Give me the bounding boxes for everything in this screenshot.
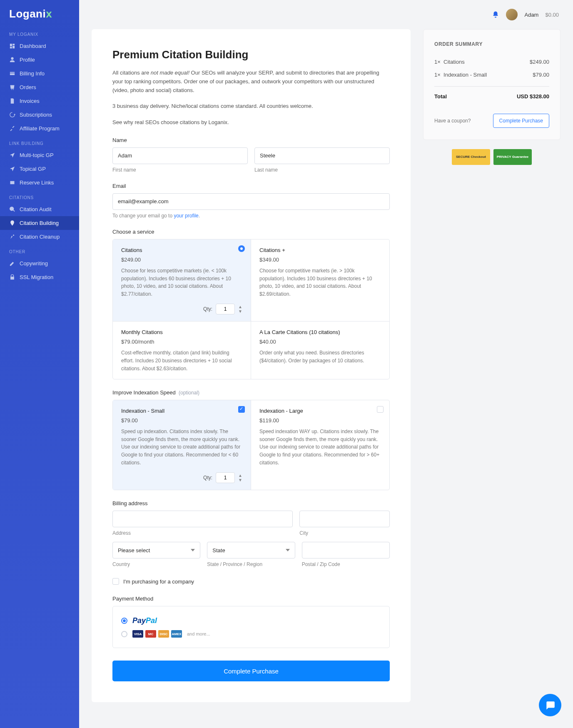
checkbox-off-icon: [377, 406, 384, 413]
email-label: Email: [112, 183, 390, 189]
nav-profile[interactable]: Profile: [0, 53, 79, 67]
city-input[interactable]: [299, 511, 390, 527]
first-name-input[interactable]: [112, 147, 248, 164]
state-select[interactable]: State: [207, 542, 295, 558]
email-input[interactable]: [112, 193, 390, 210]
country-select[interactable]: Please select: [112, 542, 200, 558]
radio-off-icon: [121, 631, 127, 637]
service-monthly[interactable]: Monthly Citations $79.00/month Cost-effe…: [113, 322, 251, 379]
service-citations-plus[interactable]: Citations + $349.00 Choose for competiti…: [251, 239, 389, 322]
email-help: To change your email go to your profile.: [112, 213, 390, 219]
summary-total: Total USD $328.00: [434, 86, 549, 103]
summary-title: ORDER SUMMARY: [434, 41, 549, 47]
nav-affiliate[interactable]: Affiliate Program: [0, 122, 79, 135]
complete-purchase-button[interactable]: Complete Purchase: [112, 661, 390, 681]
complete-purchase-link[interactable]: Complete Purchase: [493, 114, 549, 128]
notifications-icon[interactable]: [492, 11, 499, 18]
pay-card[interactable]: VISA MC DISC AMEX and more...: [121, 628, 381, 640]
card-icons: VISA MC DISC AMEX: [132, 630, 182, 638]
order-form: Premium Citation Building All citations …: [92, 29, 411, 702]
nav-reserve-links[interactable]: Reserve Links: [0, 176, 79, 189]
indexation-label: Improve Indexation Speed (optional): [112, 389, 390, 396]
company-checkbox[interactable]: [112, 578, 119, 585]
intro-2: 3 business day delivery. Niche/local cit…: [112, 102, 390, 111]
nav-orders[interactable]: Orders: [0, 80, 79, 94]
nav-group-citations: CITATIONS: [0, 189, 79, 202]
summary-line-2: 1× Indexation - Small $79.00: [434, 68, 549, 81]
last-name-input[interactable]: [254, 147, 390, 164]
coupon-prompt: Have a coupon?: [434, 118, 471, 124]
nav-billing[interactable]: Billing Info: [0, 67, 79, 80]
nav-group-my-loganix: MY LOGANIX: [0, 26, 79, 39]
checkbox-on-icon: [238, 406, 245, 413]
nav-topical-gp[interactable]: Topical GP: [0, 162, 79, 176]
intro-3: See why real SEOs choose citations by Lo…: [112, 118, 390, 127]
order-summary: ORDER SUMMARY 1× Citations $249.00 1× In…: [423, 29, 561, 140]
nav-copywriting[interactable]: Copywriting: [0, 257, 79, 270]
address-input[interactable]: [112, 511, 293, 527]
balance: $0.00: [545, 12, 559, 18]
company-checkbox-label: I'm purchasing for a company: [123, 578, 194, 585]
topbar: Adam $0.00: [79, 0, 573, 29]
secure-checkout-badge: SECURE Checkout: [452, 149, 490, 165]
intro-1: All citations are not made equal! Our SE…: [112, 69, 390, 95]
nav-group-link-building: LINK BUILDING: [0, 135, 79, 148]
nav-group-other: OTHER: [0, 244, 79, 257]
nav-citation-cleanup[interactable]: Citation Cleanup: [0, 230, 79, 244]
your-profile-link[interactable]: your profile: [174, 213, 198, 219]
summary-line-1: 1× Citations $249.00: [434, 55, 549, 68]
chat-widget[interactable]: [539, 694, 561, 716]
service-citations[interactable]: Citations $249.00 Choose for less compet…: [113, 239, 251, 322]
last-name-sublabel: Last name: [254, 167, 390, 173]
first-name-sublabel: First name: [112, 167, 248, 173]
pay-paypal[interactable]: PayPal: [121, 614, 381, 628]
nav-citation-building[interactable]: Citation Building: [0, 216, 79, 230]
page-title: Premium Citation Building: [112, 48, 390, 61]
qty-citations[interactable]: [216, 304, 235, 314]
nav-ssl-migration[interactable]: SSL Migration: [0, 270, 79, 284]
nav-subscriptions[interactable]: Subscriptions: [0, 108, 79, 122]
nav-dashboard[interactable]: Dashboard: [0, 39, 79, 53]
name-label: Name: [112, 137, 390, 143]
indexation-large[interactable]: Indexation - Large $119.00 Speed indexat…: [251, 400, 389, 490]
service-alacarte[interactable]: A La Carte Citations (10 citations) $40.…: [251, 322, 389, 379]
service-label: Choose a service: [112, 229, 390, 235]
logo: Loganix: [0, 7, 79, 26]
avatar[interactable]: [506, 9, 518, 20]
radio-on-icon: [121, 618, 127, 624]
privacy-guarantee-badge: PRIVACY Guarantee: [493, 149, 532, 165]
payment-label: Payment Method: [112, 596, 390, 602]
nav-citation-audit[interactable]: Citation Audit: [0, 202, 79, 216]
nav-multi-topic-gp[interactable]: Multi-topic GP: [0, 148, 79, 162]
nav-invoices[interactable]: Invoices: [0, 94, 79, 108]
user-name: Adam: [524, 12, 538, 18]
radio-selected-icon: [238, 245, 245, 252]
sidebar: Loganix MY LOGANIX Dashboard Profile Bil…: [0, 0, 79, 728]
paypal-logo: PayPal: [132, 616, 157, 625]
billing-label: Billing address: [112, 500, 390, 506]
indexation-small[interactable]: Indexation - Small $79.00 Speed up index…: [113, 400, 251, 490]
zip-input[interactable]: [302, 542, 390, 558]
qty-indexation[interactable]: [216, 472, 235, 483]
chat-icon: [545, 700, 556, 711]
